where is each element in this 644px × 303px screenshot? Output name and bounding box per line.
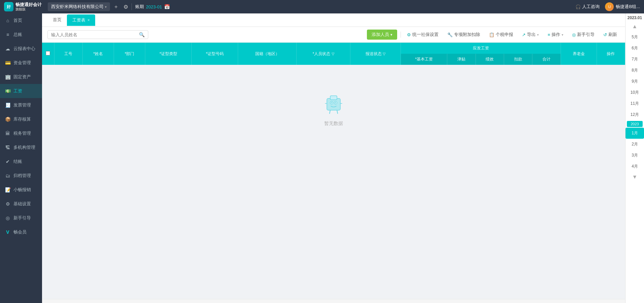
funds-icon: 💳 xyxy=(5,60,11,66)
salary-icon: 💵 xyxy=(5,88,11,94)
month-11[interactable]: 11月 xyxy=(626,98,644,109)
sidebar-label-settle: 结账 xyxy=(13,159,22,165)
calendar-icon[interactable]: 📅 xyxy=(164,4,170,9)
month-1[interactable]: 1月 xyxy=(626,128,644,139)
human-service-btn[interactable]: 🎧 人工咨询 xyxy=(575,4,600,10)
personal-tax-action[interactable]: 📋 个税申报 xyxy=(486,30,516,39)
empty-icon xyxy=(320,92,347,115)
new-guide-action[interactable]: ◎ 新手引导 xyxy=(569,30,597,39)
month-panel: 2023.01 ▲ 5月 6月 7月 8月 9月 10月 11月 12月 202… xyxy=(625,13,644,303)
sidebar-item-cloud-report[interactable]: ☁ 云报表中心 xyxy=(0,42,42,56)
month-9[interactable]: 9月 xyxy=(626,76,644,87)
sidebar-label-expense: 小畅报销 xyxy=(13,187,31,193)
add-chevron-icon: ▾ xyxy=(390,33,392,37)
sidebar-item-invoice[interactable]: 🧾 发票管理 xyxy=(0,98,42,112)
th-pension: 养老金 xyxy=(561,43,597,65)
sidebar-item-archive[interactable]: 🗂 归档管理 xyxy=(0,169,42,183)
sidebar-item-tax[interactable]: 🏛 税务管理 xyxy=(0,126,42,140)
month-4[interactable]: 4月 xyxy=(626,161,644,172)
invoice-icon: 🧾 xyxy=(5,102,11,108)
sidebar-item-inventory[interactable]: 📦 库存核算 xyxy=(0,112,42,126)
month-8[interactable]: 8月 xyxy=(626,65,644,76)
th-total: 合计 xyxy=(532,54,561,65)
social-security-icon: ⚙ xyxy=(407,32,411,37)
new-guide-icon: ◎ xyxy=(572,32,576,37)
sidebar-item-ledger[interactable]: ≡ 总账 xyxy=(0,28,42,42)
sidebar-item-settings[interactable]: ⚙ 基础设置 xyxy=(0,197,42,211)
operations-action[interactable]: ≡ 操作 ▾ xyxy=(545,30,566,39)
tab-salary-table[interactable]: 工资表 × xyxy=(67,14,95,26)
month-6[interactable]: 6月 xyxy=(626,43,644,54)
table-wrap[interactable]: 工号 *姓名 *部门 *证型类型 *证型号码 国籍（地区） *人员状态 ▽ 报送… xyxy=(42,43,625,299)
period-value[interactable]: 2023-01 xyxy=(146,4,162,9)
operations-label: 操作 xyxy=(552,32,560,38)
sidebar-item-fixed-assets[interactable]: 🏢 固定资产 xyxy=(0,70,42,84)
refresh-action[interactable]: ↺ 刷新 xyxy=(601,30,620,39)
month-10[interactable]: 10月 xyxy=(626,87,644,98)
th-checkbox[interactable] xyxy=(42,43,54,65)
sidebar-item-home[interactable]: ⌂ 首页 xyxy=(0,13,42,28)
add-icon[interactable]: ＋ xyxy=(113,3,119,10)
sidebar-item-funds[interactable]: 💳 资金管理 xyxy=(0,56,42,70)
tab-home[interactable]: 首页 xyxy=(47,14,67,26)
svg-point-4 xyxy=(331,102,332,103)
ledger-icon: ≡ xyxy=(5,32,11,37)
add-person-label: 添加人员 xyxy=(372,32,389,38)
month-12[interactable]: 12月 xyxy=(626,109,644,120)
content-area: 首页 工资表 × 🔍 添加人员 ▾ ⚙ 统一社保设置 xyxy=(42,13,625,303)
user-info[interactable]: U 畅捷通B组... xyxy=(605,2,640,11)
app-name: 畅捷通好会计 xyxy=(15,2,42,7)
social-security-action[interactable]: ⚙ 统一社保设置 xyxy=(404,30,441,39)
sidebar-label-settings: 基础设置 xyxy=(13,201,31,207)
chevron-down-icon: ▾ xyxy=(105,5,107,9)
sidebar-item-expense[interactable]: 📝 小畅报销 xyxy=(0,183,42,197)
multi-org-icon: 🏗 xyxy=(5,145,11,150)
sidebar-item-multi-org[interactable]: 🏗 多机构管理 xyxy=(0,140,42,155)
sidebar-item-guide[interactable]: ◎ 新手引导 xyxy=(0,211,42,225)
month-7[interactable]: 7月 xyxy=(626,54,644,65)
th-id-no: *证型号码 xyxy=(192,43,238,65)
special-deduction-icon: 🔧 xyxy=(447,32,453,37)
sidebar-label-ledger: 总账 xyxy=(13,32,22,38)
th-report-status: 报送状态 ▽ xyxy=(350,43,401,65)
special-deduction-label: 专项附加扣除 xyxy=(454,32,480,38)
search-box[interactable]: 🔍 xyxy=(47,30,148,39)
empty-state: 暂无数据 xyxy=(42,65,625,154)
sidebar-item-settle[interactable]: ✔ 结账 xyxy=(0,155,42,169)
settings-icon[interactable]: ⚙ xyxy=(123,4,128,10)
special-deduction-action[interactable]: 🔧 专项附加扣除 xyxy=(445,30,483,39)
sidebar-item-salary[interactable]: 💵 工资 xyxy=(0,84,42,98)
year-2023-label[interactable]: 2023 xyxy=(627,121,643,127)
table-scrollbar[interactable] xyxy=(42,299,625,303)
toolbar-right: 添加人员 ▾ ⚙ 统一社保设置 🔧 专项附加扣除 📋 个税申报 xyxy=(367,30,620,40)
month-nav-down[interactable]: ▼ xyxy=(626,172,644,182)
export-chevron-icon: ▾ xyxy=(537,33,539,37)
period-label: 账期 xyxy=(135,4,144,10)
social-security-label: 统一社保设置 xyxy=(412,32,439,38)
topbar-divider xyxy=(131,3,132,10)
salary-table: 工号 *姓名 *部门 *证型类型 *证型号码 国籍（地区） *人员状态 ▽ 报送… xyxy=(42,43,625,65)
month-2[interactable]: 2月 xyxy=(626,139,644,150)
month-5[interactable]: 5月 xyxy=(626,32,644,43)
tab-close-icon[interactable]: × xyxy=(87,18,90,23)
th-ops: 操作 xyxy=(597,43,625,65)
search-input[interactable] xyxy=(51,32,139,37)
home-icon: ⌂ xyxy=(5,18,11,23)
sidebar-label-funds: 资金管理 xyxy=(13,60,31,66)
svg-point-5 xyxy=(335,102,336,103)
company-selector[interactable]: 西安虾米网络科技有限公司 ▾ xyxy=(48,2,110,11)
month-3[interactable]: 3月 xyxy=(626,150,644,161)
headset-icon: 🎧 xyxy=(575,4,581,9)
month-nav-up[interactable]: ▲ xyxy=(626,21,644,32)
operations-chevron-icon: ▾ xyxy=(562,33,563,37)
sidebar-item-member[interactable]: V 畅会员 xyxy=(0,225,42,239)
refresh-label: 刷新 xyxy=(608,32,617,38)
th-base-salary: *基本工资 xyxy=(401,54,447,65)
sidebar-label-fixed-assets: 固定资产 xyxy=(13,74,31,80)
th-subsidy: 津贴 xyxy=(447,54,476,65)
th-name: *姓名 xyxy=(82,43,114,65)
export-icon: ↗ xyxy=(522,32,526,37)
select-all-checkbox[interactable] xyxy=(46,51,50,55)
export-action[interactable]: ↗ 导出 ▾ xyxy=(519,30,541,39)
add-person-button[interactable]: 添加人员 ▾ xyxy=(367,30,397,40)
